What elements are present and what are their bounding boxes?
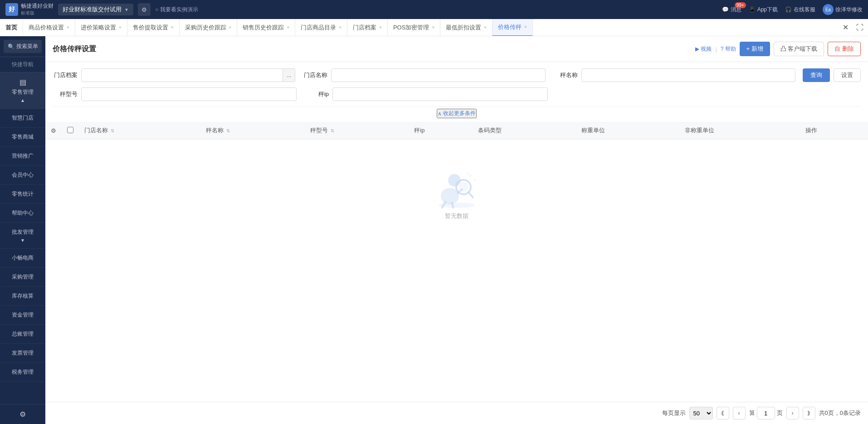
maximize-tab-button[interactable]: ⛶ (853, 21, 866, 34)
sidebar-item-help[interactable]: 帮助中心 (0, 204, 45, 223)
tab-purchase-history[interactable]: 采购历史价跟踪 × (180, 19, 238, 36)
wholesale-arrow-icon: ▼ (20, 238, 25, 243)
settings-gear-icon: ⚙ (20, 410, 26, 418)
tab-min-discount-close[interactable]: × (484, 25, 487, 30)
tab-goods-price[interactable]: 商品价格设置 × (23, 19, 75, 36)
tab-purchase-strategy[interactable]: 进价策略设置 × (75, 19, 127, 36)
sidebar-quick-nav[interactable]: 快捷导航 (0, 57, 45, 72)
messages-button[interactable]: 💬 消息 99+ (722, 6, 741, 14)
sidebar: 🔍 搜索菜单 快捷导航 ▤ 零售管理 ▲ 智慧门店 零售商城 营销推广 会员中心… (0, 36, 45, 424)
scale-name-input[interactable] (581, 68, 795, 82)
tab-sales-history[interactable]: 销售历史价跟踪 × (237, 19, 295, 36)
sidebar-item-finance[interactable]: 资金管理 (0, 306, 45, 325)
close-tab-button[interactable]: ✕ (839, 21, 852, 34)
sidebar-item-retail-mall[interactable]: 零售商城 (0, 128, 45, 147)
sidebar-item-wholesale[interactable]: 批发管理 ▼ (0, 223, 45, 249)
scale-ip-field: 秤ip (304, 87, 548, 101)
delete-button[interactable]: 自 删除 (828, 42, 861, 56)
collapse-button[interactable]: ∧ 收起更多条件 (437, 109, 477, 118)
sidebar-item-purchase[interactable]: 采购管理 (0, 268, 45, 287)
page-header: 价格传秤设置 ▶ 视频 | ? 帮助 + 新增 凸 客户端下载 (45, 36, 868, 62)
sidebar-settings-button[interactable]: ⚙ (0, 404, 45, 424)
store-archive-input[interactable] (81, 68, 283, 82)
last-page-button[interactable]: ⟫ (803, 407, 815, 419)
select-all-checkbox[interactable] (67, 127, 73, 133)
sidebar-item-retail[interactable]: ▤ 零售管理 ▲ (0, 72, 45, 109)
tab-purchase-history-close[interactable]: × (229, 25, 232, 30)
tab-pos-security-close[interactable]: × (432, 25, 434, 30)
tab-store-catalog[interactable]: 门店商品目录 × (295, 19, 347, 36)
data-table: ⚙ 门店名称 ⇅ 秤名称 ⇅ (45, 122, 868, 140)
demo-button[interactable]: ○ 我要看实例演示 (155, 6, 198, 14)
tab-min-discount[interactable]: 最低折扣设置 × (440, 19, 493, 36)
download-client-button[interactable]: 凸 客户端下载 (774, 42, 824, 56)
settings-query-button[interactable]: 设置 (834, 68, 861, 82)
video-link[interactable]: ▶ 视频 (695, 45, 712, 53)
prev-page-button[interactable]: ‹ (733, 407, 746, 419)
tab-purchase-history-label: 采购历史价跟踪 (185, 24, 226, 32)
sidebar-item-accounting[interactable]: 总账管理 (0, 325, 45, 344)
svg-point-12 (468, 173, 469, 174)
column-settings-icon[interactable]: ⚙ (51, 127, 56, 134)
sidebar-item-invoice[interactable]: 发票管理 (0, 344, 45, 363)
tab-store-catalog-close[interactable]: × (339, 25, 341, 30)
scale-ip-input[interactable] (332, 87, 548, 101)
user-menu[interactable]: Ea 徐泽华修改 (823, 4, 863, 15)
th-settings: ⚙ (45, 122, 62, 140)
top-bar-left: 好 畅捷通好业财 标准版 好业财标准版交付试用 ▼ ⚙ ○ 我要看实例演示 (5, 3, 198, 16)
tab-sale-price[interactable]: 售价提取设置 × (127, 19, 180, 36)
tab-pos-security[interactable]: POS加密管理 × (388, 19, 440, 36)
sidebar-item-smart-store[interactable]: 智慧门店 (0, 109, 45, 128)
inventory-label: 库存核算 (12, 292, 34, 300)
retail-icon: ▤ (20, 78, 26, 87)
tab-sales-history-close[interactable]: × (287, 25, 289, 30)
scale-name-label: 秤名称 (553, 71, 578, 79)
video-label: 视频 (701, 45, 712, 53)
sidebar-item-member[interactable]: 会员中心 (0, 166, 45, 185)
page-number-input[interactable] (757, 407, 775, 419)
per-page-select[interactable]: 50 10 20 100 (689, 407, 713, 419)
tab-store-archive-close[interactable]: × (379, 25, 382, 30)
svg-line-8 (452, 203, 453, 207)
tab-goods-price-close[interactable]: × (67, 25, 69, 30)
sidebar-item-tax[interactable]: 税务管理 (0, 363, 45, 382)
next-page-button[interactable]: › (786, 407, 799, 419)
help-icon: ? (721, 46, 724, 52)
tab-sale-price-close[interactable]: × (171, 25, 174, 30)
form-row-2: 秤型号 秤ip (53, 87, 861, 101)
sort-store-name-icon[interactable]: ⇅ (111, 128, 114, 133)
tax-label: 税务管理 (12, 368, 34, 376)
first-page-button[interactable]: ⟪ (717, 407, 729, 419)
app-title-block: 畅捷通好业财 标准版 (21, 3, 54, 16)
sidebar-item-retail-stats[interactable]: 零售统计 (0, 185, 45, 204)
sort-scale-model-icon[interactable]: ⇅ (331, 128, 334, 133)
sidebar-item-marketing[interactable]: 营销推广 (0, 147, 45, 166)
th-weight-unit: 称重单位 (576, 122, 679, 140)
module-settings-icon[interactable]: ⚙ (138, 3, 151, 16)
tab-price-scale[interactable]: 价格传秤 × (493, 19, 533, 36)
scale-model-input[interactable] (81, 87, 297, 101)
tab-purchase-strategy-close[interactable]: × (119, 25, 122, 30)
query-button[interactable]: 查询 (803, 68, 830, 82)
sidebar-item-ecommerce[interactable]: 小畅电商 (0, 249, 45, 268)
online-service-button[interactable]: 🎧 在线客服 (785, 6, 815, 14)
tab-price-scale-close[interactable]: × (524, 24, 527, 29)
store-archive-label: 门店档案 (53, 71, 78, 79)
tab-store-archive[interactable]: 门店档案 × (347, 19, 388, 36)
tab-sales-history-label: 销售历史价跟踪 (243, 24, 284, 32)
app-download-button[interactable]: 📱 App下载 (749, 6, 778, 14)
tab-home[interactable]: 首页 (0, 19, 23, 36)
module-selector[interactable]: 好业财标准版交付试用 ▼ (58, 4, 133, 15)
search-menu-button[interactable]: 🔍 搜索菜单 (4, 40, 42, 53)
search-icon: 🔍 (8, 43, 15, 50)
th-non-weight-unit-label: 非称重单位 (685, 127, 714, 134)
store-name-input[interactable] (331, 68, 545, 82)
help-link[interactable]: ? 帮助 (721, 45, 736, 53)
store-archive-browse-button[interactable]: ... (283, 68, 295, 82)
sidebar-item-inventory[interactable]: 库存核算 (0, 287, 45, 306)
pagination: 每页显示 50 10 20 100 ⟪ ‹ 算 页 › ⟫ 共0页，0条记录 (45, 402, 868, 424)
add-button[interactable]: + 新增 (740, 42, 770, 56)
svg-point-10 (469, 175, 471, 177)
separator-1: | (715, 46, 717, 53)
sort-scale-name-icon[interactable]: ⇅ (226, 128, 230, 133)
